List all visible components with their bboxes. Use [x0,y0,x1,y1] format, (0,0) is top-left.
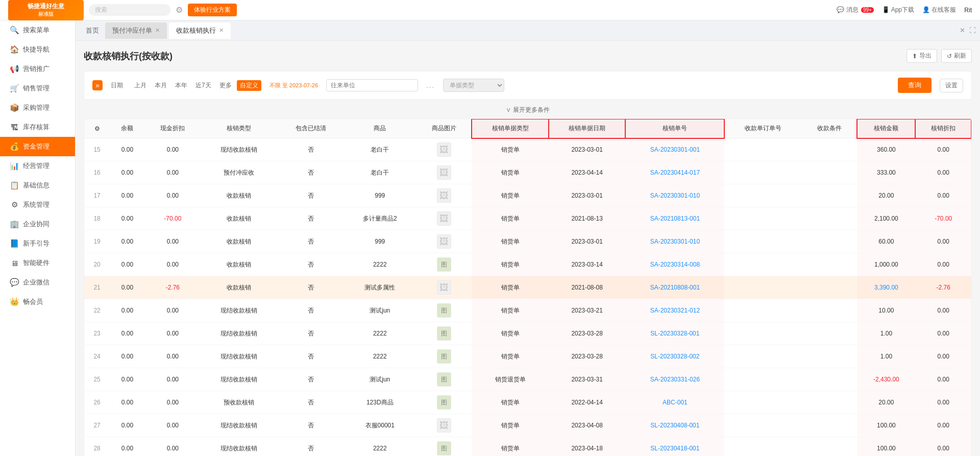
td-writeoff-amount: 1,000.00 [857,253,915,276]
td-includes-settled: 否 [278,322,344,345]
app-download[interactable]: 📱 App下载 [882,6,914,14]
counterpart-input[interactable] [326,79,418,91]
td-receipt-condition [801,253,857,276]
bill-no-link[interactable]: SL-20230328-002 [650,353,699,360]
td-writeoff-bill-no[interactable]: SL-20230408-001 [625,414,724,437]
date-this-year[interactable]: 本年 [172,80,190,91]
setting-btn[interactable]: 设置 [940,79,963,92]
online-support[interactable]: 👤 在线客服 [922,6,956,14]
sidebar-item-corp[interactable]: 🏢企业协同 [0,214,75,234]
export-btn[interactable]: ⬆ 导出 [906,49,937,63]
td-writeoff-bill-no[interactable]: SL-20230418-001 [625,437,724,457]
tab-prepay[interactable]: 预付冲应付单 ✕ [105,22,167,39]
td-receipt-order-no [724,230,801,253]
td-includes-settled: 否 [278,230,344,253]
refresh-btn[interactable]: ↺ 刷新 [941,49,972,63]
sidebar-item-finance[interactable]: 💰资金管理 [0,137,75,156]
sidebar-item-sales[interactable]: 🛒销售管理 [0,79,75,98]
td-writeoff-bill-no[interactable]: SA-20230414-017 [625,161,724,184]
td-balance: 0.00 [110,368,144,391]
bill-no-link[interactable]: SL-20230408-001 [650,422,699,429]
td-balance: 0.00 [110,161,144,184]
bill-no-link[interactable]: SA-20230414-017 [650,169,700,176]
td-writeoff-bill-no[interactable]: SL-20230328-002 [625,345,724,368]
td-product: 测试多属性 [344,276,416,299]
td-writeoff-bill-no[interactable]: SA-20230301-010 [625,230,724,253]
sidebar-item-system[interactable]: ⚙系统管理 [0,195,75,214]
bill-no-link[interactable]: SL-20230328-001 [650,330,699,337]
sidebar-item-inventory[interactable]: 🏗库存核算 [0,117,75,137]
td-writeoff-bill-type: 销货单 [472,276,549,299]
td-writeoff-amount: 1.00 [857,345,915,368]
gear-icon[interactable]: ⚙ [176,5,183,15]
filter-expand-btn[interactable]: » [92,80,103,90]
bill-no-link[interactable]: ABC-001 [663,399,688,406]
td-receipt-order-no [724,253,801,276]
message-area[interactable]: 💬 消息 99+ [837,6,874,14]
td-writeoff-discount: 0.00 [915,230,971,253]
sidebar-item-base[interactable]: 📋基础信息 [0,176,75,195]
td-balance: 0.00 [110,138,144,161]
td-writeoff-bill-no[interactable]: SA-20210813-001 [625,207,724,230]
td-receipt-order-no [724,322,801,345]
td-writeoff-type: 收款核销 [201,230,278,253]
refresh-icon: ↺ [947,53,952,60]
td-product-img: 🖼 [416,414,472,437]
sidebar-item-marketing[interactable]: 📢营销推广 [0,59,75,79]
td-writeoff-bill-no[interactable]: ABC-001 [625,391,724,414]
sidebar-item-wechat[interactable]: 💬企业微信 [0,273,75,292]
td-writeoff-bill-no[interactable]: SA-20230301-001 [625,138,724,161]
td-includes-settled: 否 [278,345,344,368]
product-img: 🖼 [437,280,451,295]
td-writeoff-bill-date: 2023-03-14 [549,253,626,276]
sidebar-item-business[interactable]: 📊经营管理 [0,156,75,176]
window-close-icon[interactable]: ✕ [960,27,965,34]
industry-btn[interactable]: 体验行业方案 [188,4,237,16]
bill-no-link[interactable]: SA-20210813-001 [650,215,700,222]
date-custom[interactable]: 自定义 [237,80,261,91]
td-product: 测试jun [344,299,416,322]
base-icon: 📋 [10,181,19,190]
date-7days[interactable]: 近7天 [192,80,214,91]
marketing-icon: 📢 [10,64,19,74]
td-receipt-condition [801,322,857,345]
bill-no-link[interactable]: SA-20230314-008 [650,261,700,268]
tab-collection[interactable]: 收款核销执行 ✕ [169,22,231,39]
td-writeoff-bill-no[interactable]: SL-20230328-001 [625,322,724,345]
td-writeoff-bill-no[interactable]: SA-20230314-008 [625,253,724,276]
tab-home[interactable]: 首页 [80,26,105,35]
table-row: 23 0.00 0.00 现结收款核销 否 2222 图 销货单 2023-03… [84,322,971,345]
close-icon[interactable]: ✕ [155,27,160,34]
bill-no-link[interactable]: SA-20230301-001 [650,146,700,153]
date-prev-month[interactable]: 上月 [131,80,150,91]
row-number: 20 [84,253,110,276]
window-expand-icon[interactable]: ⛶ [969,27,976,34]
bill-no-link[interactable]: SA-20210808-001 [650,284,700,291]
col-gear[interactable]: ⚙ [84,119,110,138]
sidebar-item-guide[interactable]: 📘新手引导 [0,234,75,253]
td-writeoff-bill-no[interactable]: SA-20210808-001 [625,276,724,299]
td-writeoff-bill-no[interactable]: SA-20230301-010 [625,184,724,207]
sidebar-item-member[interactable]: 👑畅会员 [0,292,75,311]
td-includes-settled: 否 [278,437,344,457]
bill-no-link[interactable]: SL-20230418-001 [650,445,699,452]
close-icon[interactable]: ✕ [219,27,224,34]
td-writeoff-bill-type: 销货单 [472,161,549,184]
date-this-month[interactable]: 本月 [152,80,170,91]
td-writeoff-discount: 0.00 [915,299,971,322]
sidebar-item-hardware[interactable]: 🖥智能硬件 [0,253,75,273]
td-writeoff-bill-no[interactable]: SA-20230331-026 [625,368,724,391]
bill-type-select[interactable]: 单据类型 [443,79,504,92]
sidebar-item-search[interactable]: 🔍搜索菜单 [0,20,75,40]
bill-no-link[interactable]: SA-20230321-012 [650,307,700,314]
bill-no-link[interactable]: SA-20230331-026 [650,376,700,383]
bill-no-link[interactable]: SA-20230301-010 [650,238,700,245]
bill-no-link[interactable]: SA-20230301-010 [650,192,700,199]
td-product-img: 🖼 [416,207,472,230]
expand-more-btn[interactable]: ∨ 展开更多条件 [506,106,549,114]
sidebar-item-purchase[interactable]: 📦采购管理 [0,98,75,117]
date-more[interactable]: 更多 [216,80,235,91]
query-btn[interactable]: 查询 [898,78,932,93]
sidebar-item-quick-nav[interactable]: 🏠快捷导航 [0,40,75,59]
td-writeoff-bill-no[interactable]: SA-20230321-012 [625,299,724,322]
